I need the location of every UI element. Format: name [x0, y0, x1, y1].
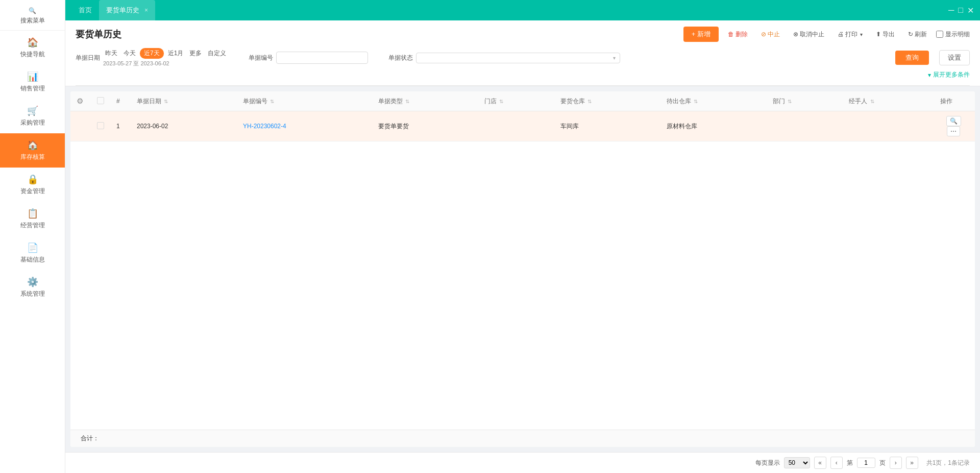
refresh-button[interactable]: ↻ 刷新	[904, 28, 931, 41]
pagination-prev-button[interactable]: ‹	[830, 457, 843, 469]
sort-pending-warehouse-icon: ⇅	[694, 99, 698, 104]
page-header: 要货单历史 + 新增 🗑 删除 ⊘ 中止 ⊗ 取消中止	[65, 20, 980, 86]
sidebar-item-label: 基础信息	[20, 255, 45, 264]
new-button[interactable]: + 新增	[683, 27, 719, 42]
table-footer: 合计：	[70, 430, 975, 447]
status-select[interactable]: ▾	[416, 53, 620, 63]
sidebar-item-search-menu[interactable]: 🔍 搜索菜单	[0, 0, 65, 31]
table-body: 1 2023-06-02 YH-20230602-4 要货单要货 车间库 原材料…	[70, 111, 975, 141]
row-actions: 🔍 ⋯	[934, 111, 975, 141]
sidebar-item-system[interactable]: ⚙️ 系统管理	[0, 270, 65, 304]
row-view-button[interactable]: 🔍	[946, 116, 961, 126]
pagination-last-button[interactable]: »	[906, 457, 918, 469]
sort-handler-icon: ⇅	[870, 99, 874, 104]
sidebar-item-label: 搜索菜单	[20, 16, 45, 25]
sidebar-item-label: 销售管理	[20, 84, 45, 93]
col-handler[interactable]: 经手人 ⇅	[843, 91, 934, 111]
date-btn-7days[interactable]: 近7天	[140, 48, 164, 59]
stop-button[interactable]: ⊘ 中止	[757, 28, 784, 41]
expand-more-row: ▾ 展开更多条件	[76, 70, 970, 79]
date-quick-buttons: 昨天 今天 近7天 近1月 更多 自定义 2023-05-27 至 2023-0…	[103, 48, 228, 67]
date-btn-yesterday[interactable]: 昨天	[103, 48, 119, 59]
table-row[interactable]: 1 2023-06-02 YH-20230602-4 要货单要货 车间库 原材料…	[70, 111, 975, 141]
chevron-down-icon: ▾	[928, 72, 931, 79]
row-store	[478, 111, 554, 141]
pagination-bar: 每页显示 50 100 200 « ‹ 第 页 › » 共1页，1条记录	[65, 452, 980, 473]
sort-department-icon: ⇅	[788, 99, 792, 104]
delete-icon: 🗑	[728, 31, 734, 38]
query-button[interactable]: 查询	[895, 51, 929, 65]
pagination-next-button[interactable]: ›	[890, 457, 902, 469]
sidebar-item-label: 资金管理	[20, 187, 45, 196]
pagination-first-button[interactable]: «	[814, 457, 826, 469]
pagination-total-info: 共1页，1条记录	[926, 459, 970, 467]
row-more-button[interactable]: ⋯	[947, 126, 960, 136]
filter-area: 单据日期 昨天 今天 近7天 近1月 更多 自定义 2023-05-27 至 2…	[76, 48, 970, 86]
col-doc-no[interactable]: 单据编号 ⇅	[237, 91, 372, 111]
col-pending-warehouse[interactable]: 待出仓库 ⇅	[660, 91, 767, 111]
col-doc-date[interactable]: 单据日期 ⇅	[131, 91, 237, 111]
date-buttons-row: 昨天 今天 近7天 近1月 更多 自定义	[103, 48, 228, 59]
select-all-checkbox[interactable]	[97, 97, 104, 104]
main-content: 首页 要货单历史 × ─ □ ✕ 要货单历史 + 新增 🗑 删除	[65, 0, 980, 473]
date-btn-more[interactable]: 更多	[187, 48, 204, 59]
sidebar-item-sales[interactable]: 📊 销售管理	[0, 65, 65, 99]
col-settings: ⚙	[70, 91, 91, 111]
data-table: ⚙ # 单据日期 ⇅ 单据编号	[70, 91, 975, 141]
header-row: ⚙ # 单据日期 ⇅ 单据编号	[70, 91, 975, 111]
tab-close-icon[interactable]: ×	[144, 7, 148, 14]
sidebar-item-basic-info[interactable]: 📄 基础信息	[0, 236, 65, 270]
export-button[interactable]: ⬆ 导出	[872, 28, 899, 41]
window-close-icon[interactable]: ✕	[967, 6, 974, 15]
window-maximize-icon[interactable]: □	[958, 6, 963, 15]
col-department[interactable]: 部门 ⇅	[767, 91, 843, 111]
display-detail-checkbox[interactable]	[936, 31, 943, 38]
page-title-row: 要货单历史 + 新增 🗑 删除 ⊘ 中止 ⊗ 取消中止	[76, 27, 970, 42]
cancel-stop-button[interactable]: ⊗ 取消中止	[789, 28, 828, 41]
row-checkbox-cell	[91, 111, 110, 141]
gear-icon: ⚙️	[27, 276, 38, 288]
setting-button[interactable]: 设置	[939, 50, 970, 65]
sidebar-item-operations[interactable]: 📋 经营管理	[0, 202, 65, 236]
table-header: ⚙ # 单据日期 ⇅ 单据编号	[70, 91, 975, 111]
tab-active[interactable]: 要货单历史 ×	[99, 0, 155, 20]
row-num: 1	[110, 111, 131, 141]
col-req-warehouse[interactable]: 要货仓库 ⇅	[554, 91, 660, 111]
page-size-select[interactable]: 50 100 200	[784, 457, 810, 468]
sidebar-item-quick-nav[interactable]: 🏠 快捷导航	[0, 31, 65, 65]
sort-store-icon: ⇅	[499, 99, 503, 104]
topbar-window-actions: ─ □ ✕	[948, 6, 974, 15]
table-settings-icon[interactable]: ⚙	[77, 97, 83, 105]
expand-more-button[interactable]: ▾ 展开更多条件	[928, 70, 970, 79]
pagination-page-input[interactable]	[857, 458, 875, 468]
document-icon: 📄	[27, 242, 38, 253]
filter-row: 单据日期 昨天 今天 近7天 近1月 更多 自定义 2023-05-27 至 2…	[76, 48, 970, 67]
sidebar-item-finance[interactable]: 🔒 资金管理	[0, 168, 65, 202]
col-pending-warehouse-label: 待出仓库	[667, 98, 691, 105]
col-actions: 操作	[934, 91, 975, 111]
status-filter-label: 单据状态	[388, 54, 413, 62]
doc-no-link[interactable]: YH-20230602-4	[243, 123, 286, 130]
row-req-warehouse: 车间库	[554, 111, 660, 141]
date-btn-1month[interactable]: 近1月	[166, 48, 186, 59]
sidebar-item-purchase[interactable]: 🛒 采购管理	[0, 99, 65, 133]
cart-icon: 🛒	[27, 105, 38, 116]
date-btn-today[interactable]: 今天	[121, 48, 138, 59]
sidebar-item-label: 库存核算	[20, 153, 45, 161]
col-doc-type[interactable]: 单据类型 ⇅	[372, 91, 478, 111]
table-scroll: ⚙ # 单据日期 ⇅ 单据编号	[70, 91, 975, 430]
date-btn-custom[interactable]: 自定义	[206, 48, 228, 59]
tab-home[interactable]: 首页	[71, 0, 99, 20]
print-button[interactable]: 🖨 打印 ▾	[834, 28, 867, 41]
print-icon: 🖨	[838, 31, 844, 38]
display-detail-toggle[interactable]: 显示明细	[936, 30, 970, 39]
home-icon: 🏠	[27, 37, 38, 48]
window-minimize-icon[interactable]: ─	[948, 6, 954, 15]
row-doc-no: YH-20230602-4	[237, 111, 372, 141]
docno-input[interactable]	[276, 52, 368, 64]
col-store[interactable]: 门店 ⇅	[478, 91, 554, 111]
sidebar-item-inventory[interactable]: 🏠 库存核算	[0, 133, 65, 168]
row-checkbox[interactable]	[97, 122, 104, 129]
delete-button[interactable]: 🗑 删除	[724, 28, 752, 41]
docno-filter-label: 单据编号	[249, 54, 273, 62]
